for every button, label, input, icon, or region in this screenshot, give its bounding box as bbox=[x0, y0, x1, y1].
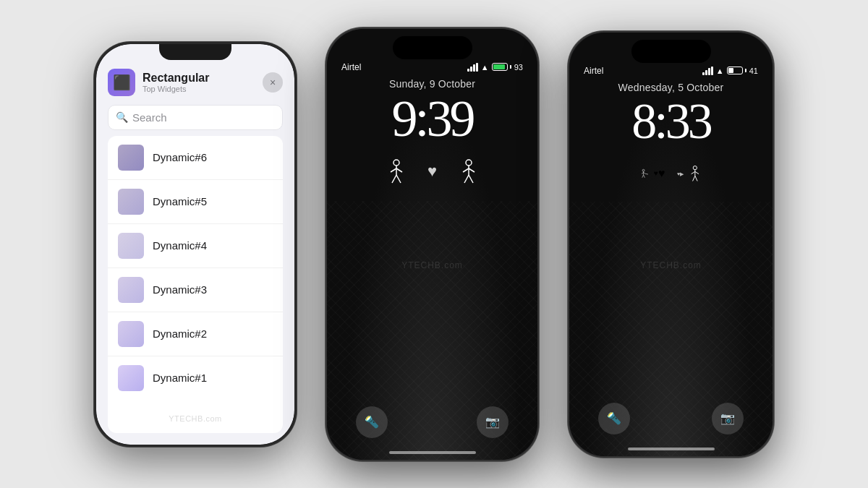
svg-point-6 bbox=[466, 160, 472, 166]
phone-1-notch bbox=[159, 44, 231, 60]
widget-preview-1 bbox=[118, 365, 144, 391]
svg-point-20 bbox=[693, 166, 697, 169]
carrier-2: Airtel bbox=[341, 62, 361, 72]
search-placeholder-text: Search bbox=[132, 111, 167, 124]
close-button[interactable]: × bbox=[263, 72, 283, 93]
battery-body bbox=[492, 63, 508, 71]
svg-line-16 bbox=[642, 174, 643, 177]
svg-line-3 bbox=[396, 168, 402, 172]
phone-1: ⬛ Rectangular Top Widgets × 🔍 Search bbox=[94, 42, 297, 447]
status-bar-3: Airtel ▲ 41 bbox=[569, 63, 773, 76]
lock-time-2: 9:39 bbox=[391, 93, 472, 145]
bar4-3 bbox=[711, 67, 713, 75]
widget-preview-6 bbox=[118, 145, 144, 171]
svg-line-14 bbox=[642, 172, 643, 174]
list-item[interactable]: Dynamic#6 bbox=[108, 136, 283, 180]
svg-line-25 bbox=[694, 176, 697, 181]
list-item[interactable]: Dynamic#3 bbox=[108, 268, 283, 312]
stick-pair-left-3: ♥ ♥ bbox=[641, 161, 665, 186]
list-item[interactable]: Dynamic#1 bbox=[108, 356, 283, 400]
bar2 bbox=[470, 67, 472, 72]
widget-name-4: Dynamic#4 bbox=[153, 239, 207, 252]
flashlight-icon-3: 🔦 bbox=[607, 411, 621, 425]
widget-preview-3 bbox=[118, 277, 144, 303]
svg-line-18 bbox=[645, 174, 648, 174]
close-icon: × bbox=[270, 77, 276, 88]
battery-percent-2: 93 bbox=[514, 63, 523, 72]
svg-line-9 bbox=[469, 168, 475, 172]
dynamic-island-3 bbox=[631, 40, 711, 63]
flashlight-button-3[interactable]: 🔦 bbox=[598, 403, 630, 435]
phone-1-screen: ⬛ Rectangular Top Widgets × 🔍 Search bbox=[96, 44, 294, 445]
heart-widget-2: ♥ bbox=[420, 159, 445, 184]
widget-list: Dynamic#6 Dynamic#5 Dynamic#4 Dynamic#3 … bbox=[108, 136, 283, 433]
camera-icon-3: 📷 bbox=[720, 411, 735, 425]
svg-line-17 bbox=[643, 174, 644, 177]
battery-fill-3 bbox=[728, 68, 733, 73]
phone-3: Airtel ▲ 41 Wednesday, 5 Oct bbox=[568, 31, 774, 458]
lock-content-2: Sunday, 9 October 9:39 ♥ bbox=[327, 72, 537, 406]
camera-button-2[interactable]: 📷 bbox=[477, 406, 509, 438]
power-button-3[interactable] bbox=[773, 127, 774, 155]
lock-bottom-3: 🔦 📷 bbox=[569, 403, 773, 448]
svg-line-5 bbox=[396, 175, 401, 183]
camera-button-3[interactable]: 📷 bbox=[712, 403, 744, 435]
bar2-3 bbox=[705, 70, 707, 75]
widget-name-3: Dynamic#3 bbox=[153, 283, 207, 296]
lock-widgets-2: ♥ bbox=[370, 155, 495, 188]
widget-picker-header: ⬛ Rectangular Top Widgets × bbox=[108, 69, 283, 96]
lock-content-3: Wednesday, 5 October 8:33 ♥ ♥ bbox=[569, 76, 773, 403]
battery-tip bbox=[510, 65, 511, 69]
phone-2: Airtel ▲ 93 Sunday, 9 Octobe bbox=[326, 27, 539, 461]
flashlight-icon: 🔦 bbox=[365, 415, 379, 429]
battery-icon-3 bbox=[727, 67, 746, 74]
camera-icon: 📷 bbox=[485, 415, 500, 429]
lock-time-3: 8:33 bbox=[631, 96, 710, 147]
power-button[interactable] bbox=[538, 123, 539, 152]
volume-up-button-3[interactable] bbox=[568, 119, 569, 141]
volume-down-button-3[interactable] bbox=[568, 148, 569, 170]
phone-2-screen: Airtel ▲ 93 Sunday, 9 Octobe bbox=[327, 29, 537, 460]
app-text: Rectangular Top Widgets bbox=[142, 72, 209, 93]
search-bar[interactable]: 🔍 Search bbox=[108, 105, 283, 130]
app-icon: ⬛ bbox=[108, 69, 135, 96]
widget-picker-content: ⬛ Rectangular Top Widgets × 🔍 Search bbox=[96, 60, 294, 445]
app-subtitle: Top Widgets bbox=[142, 85, 209, 93]
wifi-icon-3: ▲ bbox=[716, 67, 724, 75]
volume-down-button[interactable] bbox=[326, 145, 326, 166]
list-item[interactable]: Dynamic#5 bbox=[108, 180, 283, 224]
volume-up-button[interactable] bbox=[326, 116, 326, 137]
battery-icon bbox=[492, 63, 511, 71]
status-icons-3: ▲ 41 bbox=[702, 67, 758, 75]
dynamic-island-2 bbox=[393, 36, 472, 59]
app-name: Rectangular bbox=[142, 72, 209, 85]
battery-percent-3: 41 bbox=[749, 67, 758, 75]
app-info: ⬛ Rectangular Top Widgets bbox=[108, 69, 209, 96]
search-icon: 🔍 bbox=[116, 111, 128, 123]
svg-point-0 bbox=[393, 160, 399, 166]
flashlight-button-2[interactable]: 🔦 bbox=[356, 406, 388, 438]
list-item[interactable]: Dynamic#4 bbox=[108, 224, 283, 268]
home-indicator-3 bbox=[628, 448, 715, 450]
widget-name-2: Dynamic#2 bbox=[153, 328, 207, 340]
widget-name-1: Dynamic#1 bbox=[153, 372, 207, 384]
bar1 bbox=[467, 69, 469, 72]
signal-icon bbox=[467, 63, 478, 72]
svg-line-22 bbox=[691, 171, 694, 174]
lock-bottom-2: 🔦 📷 bbox=[327, 406, 537, 451]
svg-line-23 bbox=[694, 171, 698, 174]
list-item[interactable]: Dynamic#2 bbox=[108, 312, 283, 356]
lock-date-3: Wednesday, 5 October bbox=[618, 82, 724, 93]
wifi-icon: ▲ bbox=[481, 63, 489, 72]
bar3-3 bbox=[708, 68, 710, 75]
svg-line-24 bbox=[692, 176, 694, 181]
bar3 bbox=[473, 64, 475, 72]
stick-pair-right-3: ♥▶ bbox=[677, 161, 702, 186]
widget-preview-2 bbox=[118, 321, 144, 347]
stick-figure-right-2 bbox=[456, 159, 481, 184]
stick-figure-left-2 bbox=[384, 159, 409, 184]
svg-line-2 bbox=[391, 168, 396, 172]
lock-date-2: Sunday, 9 October bbox=[389, 78, 475, 90]
svg-point-12 bbox=[642, 169, 644, 171]
status-icons-2: ▲ 93 bbox=[467, 63, 523, 72]
